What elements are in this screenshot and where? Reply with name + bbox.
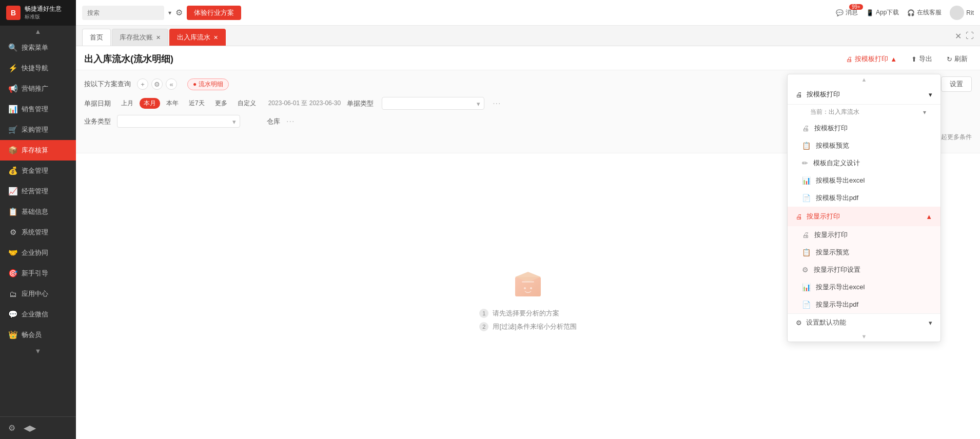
inventory-icon: 📦 (8, 146, 17, 155)
dropdown-footer[interactable]: ⚙ 设置默认功能 ▾ (788, 313, 940, 331)
dropdown-display-preview[interactable]: 📋 按显示预览 (788, 244, 940, 261)
dropdown-item-label: 按模板打印 (814, 124, 848, 133)
print-template-button[interactable]: 🖨 按模板打印 ▲ (842, 52, 901, 66)
scroll-down-arrow[interactable]: ▼ (0, 345, 76, 357)
date-option-last7[interactable]: 近7天 (185, 98, 209, 109)
export-icon: ⬆ (911, 55, 917, 63)
user-avatar-area[interactable]: Rit (950, 6, 974, 20)
biz-type-select[interactable] (117, 115, 240, 128)
template-preview-icon: 📋 (802, 142, 811, 150)
tab-close-icon[interactable]: ✕ (955, 31, 962, 41)
print-dropdown-arrow[interactable]: ▲ (890, 55, 897, 63)
dropdown-template-custom[interactable]: ✏ 模板自定义设计 (788, 154, 940, 172)
operations-icon: 📈 (8, 187, 17, 196)
dropdown-display-print[interactable]: 🖨 按显示打印 (788, 226, 940, 244)
default-func-icon: ⚙ (796, 319, 802, 327)
dropdown-display-pdf[interactable]: 📄 按显示导出pdf (788, 296, 940, 313)
svg-point-4 (530, 287, 532, 289)
scroll-up-arrow[interactable]: ▲ (0, 26, 76, 37)
dropdown-display-excel[interactable]: 📊 按显示导出excel (788, 278, 940, 296)
empty-step-2: 2 用[过滤]条件来缩小分析范围 (479, 322, 576, 331)
export-button[interactable]: ⬆ 导出 (907, 52, 936, 66)
warehouse-label: 仓库 (267, 117, 280, 126)
date-option-current[interactable]: 本月 (140, 98, 160, 109)
display-settings-icon: ⚙ (802, 266, 809, 274)
filter-settings-btn[interactable]: ⚙ (151, 78, 163, 90)
sidebar-item-basic[interactable]: 📋 基础信息 (0, 202, 76, 222)
topbar: ▾ ⚙ 体验行业方案 💬 消息 99+ 📱 App下载 🎧 在线客服 Rit (76, 0, 980, 26)
sidebar-item-wechat[interactable]: 💬 企业微信 (0, 304, 76, 325)
topbar-settings-icon[interactable]: ⚙ (175, 8, 183, 17)
date-option-custom[interactable]: 自定义 (233, 98, 260, 109)
tab-home[interactable]: 首页 (82, 29, 111, 46)
dropdown-section-label: 按模板打印 (807, 90, 840, 99)
doc-type-more-icon[interactable]: ··· (493, 99, 501, 108)
online-service-button[interactable]: 🎧 在线客服 (907, 8, 942, 17)
doc-type-select[interactable] (382, 97, 484, 110)
dropdown-template-excel[interactable]: 📊 按模板导出excel (788, 172, 940, 189)
sidebar-item-system[interactable]: ⚙ 系统管理 (0, 222, 76, 243)
filter-collapse-btn[interactable]: « (166, 78, 177, 90)
dropdown-template-preview[interactable]: 📋 按模板预览 (788, 137, 940, 154)
dropdown-template-print[interactable]: 🖨 按模板打印 (788, 119, 940, 137)
sidebar-item-inventory[interactable]: 📦 库存核算 (0, 140, 76, 161)
filter-tag-icon: ● (193, 81, 197, 88)
dropdown-template-header[interactable]: 🖨 按模板打印 ▾ (788, 85, 940, 105)
sidebar-item-appstore[interactable]: 🗂 应用中心 (0, 284, 76, 304)
warehouse-more-icon[interactable]: ··· (286, 117, 295, 126)
refresh-button[interactable]: ↻ 刷新 (943, 52, 972, 66)
collapse-footer-icon[interactable]: ◀▶ (24, 423, 36, 433)
tab-label: 库存批次账 (120, 33, 153, 42)
search-input[interactable] (82, 6, 164, 20)
sidebar-item-guide[interactable]: 🎯 新手引导 (0, 263, 76, 284)
sidebar-item-label: 企业微信 (22, 310, 48, 319)
sidebar-item-label: 新手引导 (22, 269, 48, 278)
date-option-more[interactable]: 更多 (211, 98, 231, 109)
trial-button[interactable]: 体验行业方案 (187, 6, 241, 20)
empty-illustration (507, 262, 548, 303)
dropdown-scroll-up[interactable]: ▲ (788, 74, 940, 85)
sidebar-item-operations[interactable]: 📈 经营管理 (0, 181, 76, 202)
app-download-button[interactable]: 📱 App下载 (866, 8, 899, 17)
sidebar-item-label: 资金管理 (22, 166, 48, 175)
sidebar-item-sales[interactable]: 📊 销售管理 (0, 99, 76, 119)
tab-close-flow[interactable]: ✕ (213, 34, 218, 41)
setting-button[interactable]: 设置 (941, 76, 972, 92)
sidebar-item-label: 经营管理 (22, 187, 48, 196)
topbar-right: 💬 消息 99+ 📱 App下载 🎧 在线客服 Rit (836, 6, 974, 20)
dropdown-item-label: 按显示打印 (814, 230, 848, 240)
sidebar-item-marketing[interactable]: 📢 营销推广 (0, 78, 76, 99)
filter-tag-subfilter[interactable]: ● 流水明细 (187, 78, 229, 90)
empty-step-1: 1 请先选择要分析的方案 (479, 309, 559, 318)
biz-type-select-wrapper (117, 115, 240, 128)
dropdown-current-label[interactable]: 当前：出入库流水 ▾ (788, 105, 940, 119)
sidebar-item-label: 快捷导航 (22, 64, 48, 73)
tab-flow[interactable]: 出入库流水 ✕ (169, 29, 226, 46)
tab-batch[interactable]: 库存批次账 ✕ (112, 29, 168, 46)
dropdown-expand-arrow[interactable]: ▲ (926, 213, 932, 221)
date-option-prev[interactable]: 上月 (117, 98, 138, 109)
settings-footer-icon[interactable]: ⚙ (8, 423, 15, 433)
dropdown-template-pdf[interactable]: 📄 按模板导出pdf (788, 189, 940, 207)
dropdown-item-label: 按显示导出excel (816, 283, 865, 292)
tab-label: 首页 (90, 33, 103, 42)
dropdown-collapse-arrow[interactable]: ▾ (929, 91, 932, 98)
dropdown-display-settings[interactable]: ⚙ 按显示打印设置 (788, 261, 940, 278)
sidebar-item-label: 库存核算 (22, 146, 48, 155)
sidebar-item-finance[interactable]: 💰 资金管理 (0, 161, 76, 181)
message-button[interactable]: 💬 消息 99+ (836, 8, 858, 17)
sidebar-item-purchase[interactable]: 🛒 采购管理 (0, 119, 76, 140)
sidebar-item-corp[interactable]: 🤝 企业协同 (0, 243, 76, 263)
dropdown-scroll-down[interactable]: ▼ (788, 331, 940, 342)
date-option-year[interactable]: 本年 (162, 98, 183, 109)
tab-close-batch[interactable]: ✕ (156, 34, 161, 41)
tab-expand-icon[interactable]: ⛶ (966, 31, 974, 41)
doc-type-label: 单据类型 (347, 99, 374, 108)
filter-add-btn[interactable]: + (137, 78, 148, 90)
tab-bar-right: ✕ ⛶ (955, 31, 974, 41)
topbar-dropdown-arrow[interactable]: ▾ (168, 9, 171, 16)
sidebar-item-member[interactable]: 👑 畅会员 (0, 325, 76, 345)
sidebar-item-shortcut[interactable]: ⚡ 快捷导航 (0, 58, 76, 78)
dropdown-display-header[interactable]: 🖨 按显示打印 ▲ (788, 207, 940, 226)
sidebar-item-search[interactable]: 🔍 搜索菜单 (0, 37, 76, 58)
